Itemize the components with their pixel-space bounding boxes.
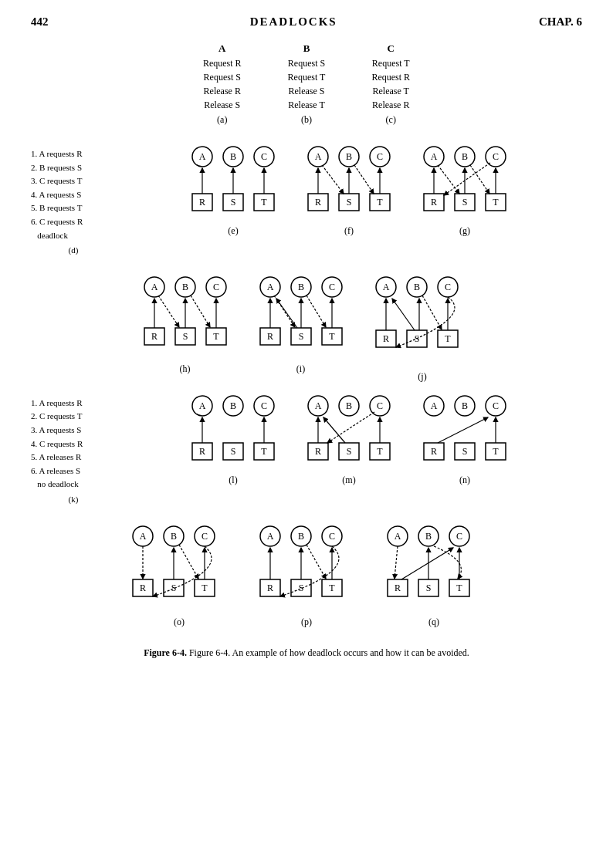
svg-line-83	[306, 296, 326, 327]
svg-text:C: C	[201, 531, 207, 542]
svg-line-101	[422, 296, 442, 329]
table-a-rows: Request RRequest SRelease RRelease S	[203, 56, 242, 112]
page: 442 DEADLOCKS CHAP. 6 A Request RRequest…	[0, 0, 613, 868]
svg-text:A: A	[382, 282, 389, 292]
diagram-m: A B C R S T	[299, 389, 399, 486]
page-header: 442 DEADLOCKS CHAP. 6	[31, 15, 582, 29]
svg-text:C: C	[261, 151, 267, 162]
process-table-a: A Request RRequest SRelease RRelease S (…	[203, 42, 242, 126]
svg-line-48	[470, 165, 489, 194]
svg-text:B: B	[297, 282, 303, 292]
svg-text:C: C	[493, 151, 499, 162]
svg-text:C: C	[493, 400, 499, 411]
svg-line-161	[179, 545, 198, 579]
table-c-header: C	[388, 42, 395, 55]
svg-text:R: R	[315, 197, 321, 208]
svg-text:C: C	[444, 282, 450, 292]
svg-text:B: B	[346, 400, 352, 411]
svg-line-47	[438, 165, 459, 194]
svg-line-190	[401, 548, 453, 579]
svg-text:R: R	[199, 197, 205, 208]
diagram-j: A B C R S T (j)	[367, 270, 479, 383]
svg-text:C: C	[261, 400, 267, 411]
svg-line-65	[158, 296, 179, 327]
svg-text:B: B	[425, 531, 431, 542]
table-b-header: B	[303, 42, 310, 55]
svg-text:A: A	[315, 151, 322, 162]
page-number: 442	[31, 15, 49, 29]
svg-text:C: C	[377, 151, 383, 162]
process-table-c: C Request TRequest RRelease TRelease R (…	[371, 42, 410, 126]
rag-i-svg: A B C R S T	[251, 270, 351, 359]
svg-line-30	[322, 165, 344, 194]
label-l: (l)	[229, 475, 237, 486]
svg-text:T: T	[456, 583, 462, 593]
svg-line-98	[392, 299, 415, 330]
rag-f-svg: A B C R S T	[299, 140, 399, 221]
svg-text:A: A	[199, 400, 206, 411]
svg-text:A: A	[431, 151, 438, 162]
table-a-label: (a)	[217, 114, 227, 126]
label-n: (n)	[459, 475, 470, 486]
section1-labels: 1. A requests R 2. B requests S 3. C req…	[31, 140, 116, 258]
table-b-label: (b)	[301, 114, 312, 126]
svg-text:T: T	[493, 197, 499, 208]
svg-line-145	[438, 417, 488, 443]
section-hij: A B C R S T (h)	[31, 270, 582, 383]
svg-text:C: C	[328, 531, 334, 542]
diagrams-efg: A B C R S T	[116, 140, 582, 237]
label-g: (g)	[459, 225, 470, 237]
diagram-e: A B C R S T	[183, 140, 283, 237]
svg-line-131	[327, 412, 374, 443]
diagram-g: A B C R S T	[415, 140, 515, 237]
section-efg: 1. A requests R 2. B requests S 3. C req…	[31, 140, 582, 258]
svg-text:A: A	[266, 282, 273, 292]
svg-text:C: C	[212, 282, 218, 292]
table-c-rows: Request TRequest RRelease TRelease R	[371, 56, 410, 112]
svg-text:A: A	[431, 400, 438, 411]
svg-text:T: T	[261, 197, 267, 208]
svg-text:B: B	[230, 400, 236, 411]
svg-text:T: T	[445, 333, 451, 344]
diagrams-lmn: A B C R S T (l)	[116, 389, 582, 486]
table-c-label: (c)	[386, 114, 396, 126]
svg-text:T: T	[213, 331, 219, 342]
page-title: DEADLOCKS	[250, 15, 337, 29]
figure-caption-bold: Figure 6-4.	[144, 647, 187, 658]
svg-line-31	[354, 165, 374, 194]
label-h: (h)	[180, 363, 191, 375]
svg-text:B: B	[413, 282, 419, 292]
svg-text:T: T	[329, 583, 335, 593]
label-e: (e)	[228, 225, 238, 237]
label-j: (j)	[418, 371, 426, 383]
svg-line-177	[306, 545, 326, 579]
rag-h-svg: A B C R S T	[135, 270, 235, 359]
svg-text:A: A	[315, 400, 322, 411]
diagram-q: A B C R S T (q)	[378, 519, 490, 628]
svg-text:R: R	[431, 197, 437, 208]
diagram-p: A B C R S T (p)	[251, 519, 363, 628]
label-o: (o)	[174, 616, 185, 628]
svg-text:R: R	[394, 583, 400, 593]
svg-text:R: R	[315, 446, 321, 457]
rag-m-svg: A B C R S T	[299, 389, 399, 470]
figure-caption-text: Figure 6-4. An example of how deadlock o…	[189, 647, 469, 658]
label-m: (m)	[342, 475, 355, 486]
svg-text:C: C	[328, 282, 334, 292]
svg-line-129	[323, 417, 345, 443]
rag-p-svg: A B C R S T	[251, 519, 363, 612]
rag-o-svg: A B C R S T	[124, 519, 235, 612]
svg-text:A: A	[199, 151, 206, 162]
rag-n-svg: A B C R S T	[415, 389, 515, 470]
svg-text:B: B	[230, 151, 236, 162]
chapter-label: CHAP. 6	[539, 15, 582, 29]
label-f: (f)	[344, 225, 354, 237]
svg-text:S: S	[231, 446, 236, 457]
svg-text:S: S	[347, 446, 352, 457]
svg-line-193	[395, 546, 398, 579]
table-a-header: A	[218, 42, 225, 55]
rag-g-svg: A B C R S T	[415, 140, 515, 221]
svg-text:T: T	[329, 331, 335, 342]
svg-text:R: R	[151, 331, 157, 342]
label-q: (q)	[428, 616, 439, 628]
